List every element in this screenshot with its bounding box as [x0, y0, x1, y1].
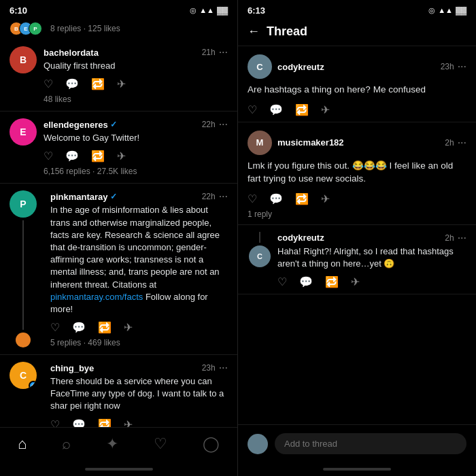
feed-scroll[interactable]: B E P 8 replies · 125 likes B bachelorda… — [0, 19, 237, 427]
add-thread-input[interactable] — [275, 433, 466, 454]
right-status-bar: 6:13 ◎ ▲▲ ▓▓ — [238, 0, 476, 19]
tweet-more-ching-bye[interactable]: ··· — [219, 362, 228, 374]
tweet-ellendegeneres[interactable]: E ellendegeneres ✓ 22h ··· Welcome to Ga… — [0, 112, 237, 184]
thread-tweet-musicmaker182[interactable]: M musicmaker182 2h ··· Lmk if you figure… — [238, 122, 476, 225]
thread-line-pinkmantaray — [22, 220, 24, 330]
verified-pinkmantaray: ✓ — [110, 192, 117, 201]
left-home-indicator — [0, 462, 237, 476]
nav-profile[interactable]: ◯ — [193, 430, 229, 458]
tweet-text-pinkmantaray: In the age of misinformation & lies abou… — [50, 204, 228, 316]
t-more-musicmaker182[interactable]: ··· — [458, 137, 466, 149]
tweet-actions-ching-bye: ♡ 💬 🔁 ✈ — [50, 418, 228, 427]
nav-home[interactable]: ⌂ — [8, 430, 36, 458]
nested-repost-codykreutz-2[interactable]: 🔁 — [325, 275, 339, 288]
nested-more-codykreutz-2[interactable]: ··· — [458, 232, 466, 244]
back-button[interactable]: ← — [248, 24, 260, 39]
avatar-pinkmantaray: P — [10, 190, 37, 218]
nav-search[interactable]: ⌕ — [52, 430, 80, 458]
t-text-musicmaker182: Lmk if you figure this out. 😂😂😂 I feel l… — [248, 159, 466, 186]
thread-scroll[interactable]: C codykreutz 23h ··· Are hashtags a thin… — [238, 46, 476, 424]
tweet-likes-bachelordata: 48 likes — [44, 95, 228, 104]
like-btn-ellendegeneres[interactable]: ♡ — [44, 150, 53, 163]
t-share-codykreutz-1[interactable]: ✈ — [321, 103, 330, 116]
comment-btn-ellendegeneres[interactable]: 💬 — [65, 150, 79, 163]
add-thread-bar — [238, 424, 476, 462]
t-like-codykreutz-1[interactable]: ♡ — [248, 103, 257, 116]
share-btn-ellendegeneres[interactable]: ✈ — [117, 150, 126, 163]
nested-tweet-codykreutz-2[interactable]: C codykreutz 2h ··· Haha! Right?! Alrigh… — [238, 225, 476, 294]
right-status-icons: ◎ ▲▲ ▓▓ — [428, 6, 466, 15]
t-repost-codykreutz-1[interactable]: 🔁 — [295, 103, 309, 116]
t-avatar-musicmaker182: M — [248, 131, 272, 155]
comment-btn-pinkmantaray[interactable]: 💬 — [72, 321, 86, 334]
nested-share-codykreutz-2[interactable]: ✈ — [351, 275, 360, 288]
nested-like-codykreutz-2[interactable]: ♡ — [277, 275, 287, 288]
thread-tweet-header-codykreutz-1: C codykreutz 23h ··· — [248, 54, 466, 79]
compose-avatar — [248, 434, 268, 454]
right-thread-panel: 6:13 ◎ ▲▲ ▓▓ ← Thread C codykreutz 23h ·… — [238, 0, 476, 476]
tweet-meta-bachelordata: 21h ··· — [202, 46, 228, 58]
like-btn-pinkmantaray[interactable]: ♡ — [50, 321, 60, 334]
tweet-actions-ellendegeneres: ♡ 💬 🔁 ✈ — [44, 150, 228, 163]
nested-actions-codykreutz-2: ♡ 💬 🔁 ✈ — [277, 275, 466, 288]
tweet-more-ellendegeneres[interactable]: ··· — [219, 118, 228, 131]
repost-btn-ellendegeneres[interactable]: 🔁 — [91, 150, 105, 163]
repost-btn-ching-bye[interactable]: 🔁 — [98, 418, 112, 427]
t-meta-musicmaker182: 2h ··· — [445, 137, 466, 149]
like-btn-ching-bye[interactable]: ♡ — [50, 418, 60, 427]
t-name-row-musicmaker182: musicmaker182 2h ··· — [277, 137, 466, 149]
share-btn-ching-bye[interactable]: ✈ — [124, 418, 133, 427]
nested-text-codykreutz-2: Haha! Right?! Alright, so I read that ha… — [277, 245, 466, 270]
t-share-musicmaker182[interactable]: ✈ — [321, 192, 330, 205]
repost-btn-bachelordata[interactable]: 🔁 — [91, 78, 105, 90]
tweet-time-ellendegeneres: 22h — [202, 120, 216, 129]
t-time-codykreutz-1: 23h — [441, 62, 454, 71]
left-feed-panel: 6:10 ◎ ▲▲ ▓▓ B E P 8 replies · 125 likes… — [0, 0, 238, 476]
avatar-ellendegeneres: E — [10, 118, 37, 146]
comment-btn-bachelordata[interactable]: 💬 — [65, 78, 79, 90]
repost-btn-pinkmantaray[interactable]: 🔁 — [98, 321, 112, 334]
nav-compose[interactable]: ✦ — [97, 430, 128, 458]
tweet-body-ellendegeneres: ellendegeneres ✓ 22h ··· Welcome to Gay … — [44, 118, 228, 176]
tweet-more-pinkmantaray[interactable]: ··· — [219, 190, 228, 203]
tweet-pinkmantaray[interactable]: P pinkmantaray ✓ 22h ··· In the age of m… — [0, 184, 237, 355]
right-home-bar — [323, 468, 391, 471]
tweet-stats-ellendegeneres: 6,156 replies · 27.5K likes — [44, 167, 228, 176]
nested-time-codykreutz-2: 2h — [445, 233, 454, 243]
share-btn-bachelordata[interactable]: ✈ — [117, 78, 126, 90]
t-name-row-codykreutz-1: codykreutz 23h ··· — [277, 61, 466, 73]
verified-ellendegeneres: ✓ — [110, 120, 117, 129]
thread-tweet-codykreutz-1[interactable]: C codykreutz 23h ··· Are hashtags a thin… — [238, 46, 476, 122]
t-actions-codykreutz-1: ♡ 💬 🔁 ✈ — [248, 103, 466, 116]
t-more-codykreutz-1[interactable]: ··· — [458, 61, 466, 73]
tweet-body-bachelordata: bachelordata 21h ··· Quality first threa… — [44, 46, 228, 104]
left-time: 6:10 — [10, 5, 27, 16]
tweet-username-ching-bye: ching_bye — [50, 363, 94, 373]
tweet-header-bachelordata: bachelordata 21h ··· — [44, 46, 228, 58]
comment-btn-ching-bye[interactable]: 💬 — [72, 418, 86, 427]
pinkmantaray-link[interactable]: pinkmantaray.com/facts — [50, 292, 143, 302]
nav-notifications[interactable]: ♡ — [144, 430, 177, 458]
like-btn-bachelordata[interactable]: ♡ — [44, 78, 53, 90]
tweet-bachelordata[interactable]: B bachelordata 21h ··· Quality first thr… — [0, 39, 237, 112]
replies-summary: 8 replies · 125 likes — [50, 24, 120, 33]
bottom-nav: ⌂ ⌕ ✦ ♡ ◯ — [0, 427, 237, 462]
tweet-username-ellendegeneres: ellendegeneres ✓ — [44, 120, 117, 130]
ching-left-col: C + — [10, 362, 37, 427]
tweet-header-ellendegeneres: ellendegeneres ✓ 22h ··· — [44, 118, 228, 131]
nested-comment-codykreutz-2[interactable]: 💬 — [299, 275, 313, 288]
plus-badge: + — [29, 381, 37, 389]
tweet-ching-bye[interactable]: C + ching_bye 23h ··· There should be a … — [0, 355, 237, 427]
t-comment-codykreutz-1[interactable]: 💬 — [269, 103, 283, 116]
tweet-more-bachelordata[interactable]: ··· — [219, 46, 228, 58]
t-repost-musicmaker182[interactable]: 🔁 — [295, 192, 309, 205]
tweet-time-pinkmantaray: 22h — [202, 192, 216, 201]
t-text-codykreutz-1: Are hashtags a thing on here? Me confuse… — [248, 83, 466, 97]
t-comment-musicmaker182[interactable]: 💬 — [269, 192, 283, 205]
t-like-musicmaker182[interactable]: ♡ — [248, 192, 257, 205]
tweet-header-ching-bye: ching_bye 23h ··· — [50, 362, 228, 374]
share-btn-pinkmantaray[interactable]: ✈ — [124, 321, 133, 334]
t-username-musicmaker182: musicmaker182 — [277, 137, 344, 148]
avatar-bachelordata: B — [10, 46, 37, 73]
left-home-bar — [85, 468, 153, 471]
